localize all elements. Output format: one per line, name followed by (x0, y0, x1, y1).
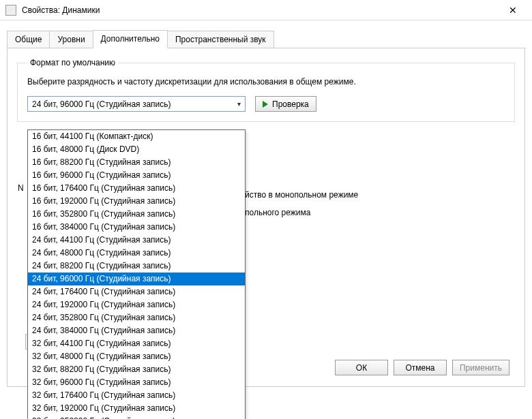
format-option[interactable]: 16 бит, 44100 Гц (Компакт-диск) (28, 130, 245, 143)
format-option[interactable]: 24 бит, 384000 Гц (Студийная запись) (28, 324, 245, 337)
truncated-letter: N (18, 183, 24, 193)
format-option[interactable]: 24 бит, 48000 Гц (Студийная запись) (28, 247, 245, 260)
format-option[interactable]: 32 бит, 48000 Гц (Студийная запись) (28, 350, 245, 363)
apply-button[interactable]: Применить (452, 360, 509, 375)
format-option[interactable]: 32 бит, 352800 Гц (Студийная запись) (28, 415, 245, 419)
format-option[interactable]: 16 бит, 88200 Гц (Студийная запись) (28, 156, 245, 169)
window-title: Свойства: Динамики (22, 5, 499, 15)
format-option[interactable]: 24 бит, 192000 Гц (Студийная запись) (28, 298, 245, 311)
format-option[interactable]: 16 бит, 192000 Гц (Студийная запись) (28, 195, 245, 208)
format-combobox[interactable]: 24 бит, 96000 Гц (Студийная запись) ▾ (27, 96, 246, 112)
dialog-buttons: ОК Отмена Применить (335, 360, 509, 375)
close-icon: ✕ (509, 5, 517, 16)
exclusive-mode-text-1: йство в монопольном режиме (245, 190, 358, 200)
format-option[interactable]: 24 бит, 176400 Гц (Студийная запись) (28, 285, 245, 298)
tab-spatial[interactable]: Пространственный звук (167, 31, 274, 48)
format-option[interactable]: 32 бит, 44100 Гц (Студийная запись) (28, 337, 245, 350)
group-legend: Формат по умолчанию (27, 58, 118, 67)
format-option[interactable]: 32 бит, 192000 Гц (Студийная запись) (28, 402, 245, 415)
format-option[interactable]: 16 бит, 384000 Гц (Студийная запись) (28, 221, 245, 234)
default-format-group: Формат по умолчанию Выберите разрядность… (17, 58, 515, 122)
exclusive-mode-text-2: польного режима (245, 208, 310, 217)
format-option[interactable]: 16 бит, 96000 Гц (Студийная запись) (28, 169, 245, 182)
combo-selected-text: 24 бит, 96000 Гц (Студийная запись) (32, 99, 171, 109)
app-icon (5, 5, 16, 16)
format-option[interactable]: 16 бит, 48000 Гц (Диск DVD) (28, 143, 245, 156)
tab-levels[interactable]: Уровни (49, 31, 93, 48)
group-description: Выберите разрядность и частоту дискретиз… (27, 76, 505, 88)
test-button-label: Проверка (272, 99, 309, 109)
cancel-button[interactable]: Отмена (394, 360, 447, 375)
test-button[interactable]: Проверка (255, 96, 316, 112)
play-icon (263, 101, 268, 108)
format-option[interactable]: 16 бит, 176400 Гц (Студийная запись) (28, 182, 245, 195)
format-option[interactable]: 24 бит, 88200 Гц (Студийная запись) (28, 260, 245, 273)
format-option[interactable]: 16 бит, 352800 Гц (Студийная запись) (28, 208, 245, 221)
ok-button[interactable]: ОК (335, 360, 388, 375)
format-row: 24 бит, 96000 Гц (Студийная запись) ▾ Пр… (27, 96, 505, 112)
close-button[interactable]: ✕ (499, 1, 527, 20)
format-option[interactable]: 32 бит, 176400 Гц (Студийная запись) (28, 389, 245, 402)
format-option[interactable]: 24 бит, 96000 Гц (Студийная запись) (28, 273, 245, 285)
tab-advanced[interactable]: Дополнительно (93, 30, 168, 48)
tab-strip: Общие Уровни Дополнительно Пространствен… (7, 30, 525, 48)
format-option[interactable]: 24 бит, 44100 Гц (Студийная запись) (28, 234, 245, 247)
format-option[interactable]: 24 бит, 352800 Гц (Студийная запись) (28, 311, 245, 324)
format-dropdown-list[interactable]: 16 бит, 44100 Гц (Компакт-диск)16 бит, 4… (27, 129, 246, 419)
chevron-down-icon: ▾ (237, 100, 241, 108)
format-option[interactable]: 32 бит, 96000 Гц (Студийная запись) (28, 376, 245, 389)
format-option[interactable]: 32 бит, 88200 Гц (Студийная запись) (28, 363, 245, 376)
tab-general[interactable]: Общие (7, 31, 50, 48)
titlebar: Свойства: Динамики ✕ (0, 0, 532, 20)
